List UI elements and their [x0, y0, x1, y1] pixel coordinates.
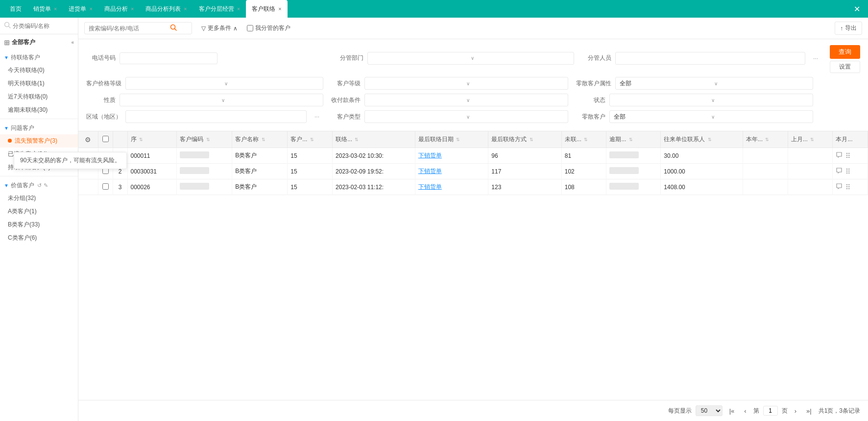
status-select[interactable]: ∨ — [609, 94, 813, 106]
close-icon[interactable]: × — [237, 6, 240, 12]
dept-select[interactable]: ∨ — [367, 52, 574, 65]
contact-icon[interactable] — [836, 167, 843, 175]
first-page-button[interactable]: |« — [726, 406, 738, 416]
price-tier-select[interactable]: ∨ — [125, 77, 323, 90]
row-last-way-cell[interactable]: 下销货单 — [415, 179, 488, 195]
tab-customer-tier[interactable]: 客户分层经营 × — [193, 0, 246, 18]
row-last-way-cell[interactable]: 下销货单 — [415, 148, 488, 164]
sidebar-group-churn[interactable]: ▼ 问题客户 — [0, 121, 78, 134]
col-overdue-header[interactable]: 未联... ⇅ — [561, 131, 606, 148]
more-conditions-button[interactable]: ▽ 更多条件 ∧ — [197, 22, 242, 34]
col-contact-header[interactable]: 客户... ⇅ — [288, 131, 333, 148]
customer-tier-select[interactable]: ∨ — [364, 77, 568, 90]
zero-attr-select[interactable]: 全部 ∨ — [615, 77, 813, 90]
tab-sales[interactable]: 销货单 × — [27, 0, 63, 18]
row-action-cell: ⠿ — [833, 148, 868, 164]
page-number-input[interactable] — [763, 406, 778, 416]
person-select[interactable] — [615, 52, 805, 65]
close-icon[interactable]: × — [131, 6, 134, 12]
more-actions-icon[interactable]: ⠿ — [845, 168, 850, 175]
window-close-button[interactable]: ✕ — [850, 4, 864, 14]
col-last-month-header[interactable]: 本年... ⇅ — [743, 131, 788, 148]
row-last-way-cell[interactable]: 下销货单 — [415, 164, 488, 179]
select-all-checkbox[interactable] — [102, 136, 109, 142]
next-page-button[interactable]: › — [792, 406, 799, 416]
filter-search-icon[interactable] — [170, 24, 177, 32]
col-checkbox[interactable] — [98, 131, 113, 148]
tab-home[interactable]: 首页 — [4, 0, 27, 18]
col-this-month-header[interactable]: 上月... ⇅ — [788, 131, 833, 148]
total-pages-label: 页 — [782, 407, 788, 415]
per-page-select[interactable]: 50 100 200 — [696, 405, 723, 416]
gear-icon[interactable]: ⚙ — [85, 136, 91, 144]
col-last-way-header[interactable]: 最后联络日期 ⇅ — [415, 131, 488, 148]
sidebar-item-class-a[interactable]: A类客户(1) — [0, 205, 78, 218]
col-this-year-header[interactable]: 往来单位联系人 ⇅ — [661, 131, 743, 148]
col-last-date-header[interactable]: 联络... ⇅ — [333, 131, 415, 148]
query-button[interactable]: 查询 — [830, 45, 860, 59]
filter-search-box — [84, 22, 192, 34]
person-more-button[interactable]: ··· — [809, 53, 822, 63]
col-uncontacted-header[interactable]: 最后联络方式 ⇅ — [488, 131, 561, 148]
filter-search-input[interactable] — [89, 25, 167, 32]
export-button[interactable]: ↑ 导出 — [835, 22, 862, 35]
zero-customer-select[interactable]: 全部 ∨ — [609, 110, 813, 123]
sidebar-search-input[interactable] — [13, 23, 78, 29]
filter-row-3: 性质 ∨ 收付款条件 ∨ 状态 — [86, 94, 860, 106]
customer-type-select[interactable]: ∨ — [364, 110, 568, 123]
col-name-header[interactable]: 客户编码 ⇅ — [177, 131, 232, 148]
my-customers-checkbox[interactable] — [247, 25, 253, 31]
nature-select[interactable]: ∨ — [120, 94, 323, 106]
all-customers-header[interactable]: ⊞ 全部客户 « — [0, 34, 78, 50]
close-icon[interactable]: × — [184, 6, 187, 12]
row-last-month-cell — [743, 179, 788, 195]
more-actions-icon[interactable]: ⠿ — [845, 183, 850, 191]
sidebar-item-ungroup[interactable]: 未分组(32) — [0, 192, 78, 205]
chevron-up-icon: ∧ — [233, 25, 238, 32]
table-row: 3 000026 B类客户 15 2023-02-03 11:12: 下销货单 … — [78, 179, 868, 195]
contact-icon[interactable] — [836, 151, 843, 160]
sidebar-search-area — [0, 18, 78, 34]
last-page-button[interactable]: »| — [803, 406, 815, 416]
region-select[interactable] — [125, 110, 307, 123]
row-action-cell: ⠿ — [833, 164, 868, 179]
col-unit-contact-header[interactable]: 逾期... ⇅ — [606, 131, 661, 148]
sidebar-group-value[interactable]: ▼ 价值客户 ↺ ✎ — [0, 178, 78, 192]
more-actions-icon[interactable]: ⠿ — [845, 152, 850, 160]
sidebar-item-churn-risk[interactable]: 流失预警客户(3) — [0, 134, 78, 148]
close-icon[interactable]: × — [89, 6, 92, 12]
sidebar-item-tomorrow[interactable]: 明天待联络(1) — [0, 77, 78, 90]
region-more-button[interactable]: ··· — [311, 112, 323, 122]
sidebar-group-pending[interactable]: ▼ 待联络客户 — [0, 50, 78, 64]
sidebar-item-class-c[interactable]: C类客户(6) — [0, 231, 78, 245]
sidebar-item-today[interactable]: 今天待联络(0) — [0, 64, 78, 77]
col-settings[interactable]: ⚙ — [78, 131, 98, 148]
filter-row-4: 区域（地区） ··· 客户类型 ∨ 零散客户 — [86, 110, 860, 123]
table-header-row: ⚙ 序 ⇅ 客户编码 ⇅ — [78, 131, 868, 148]
filter-field-dept: 分管部门 ∨ — [334, 52, 574, 65]
close-icon[interactable]: × — [278, 6, 281, 12]
contact-icon[interactable] — [836, 183, 843, 191]
row-code-cell: 000026 — [127, 179, 177, 195]
sidebar-item-week7[interactable]: 近7天待联络(0) — [0, 90, 78, 103]
row-checkbox[interactable] — [102, 183, 109, 190]
setting-button[interactable]: 设置 — [830, 61, 860, 73]
row-type-cell: B类客户 — [232, 148, 288, 164]
tab-analysis[interactable]: 商品分析 × — [98, 0, 140, 18]
my-customers-checkbox-area[interactable]: 我分管的客户 — [247, 24, 290, 32]
payment-select[interactable]: ∨ — [364, 94, 568, 106]
row-checkbox-cell[interactable] — [98, 179, 113, 195]
col-type-header[interactable]: 客户名称 ⇅ — [232, 131, 288, 148]
close-icon[interactable]: × — [54, 6, 57, 12]
prev-page-button[interactable]: ‹ — [741, 406, 749, 416]
phone-input[interactable] — [120, 52, 217, 64]
tab-analysis-list[interactable]: 商品分析列表 × — [140, 0, 193, 18]
sidebar-item-class-b[interactable]: B类客户(33) — [0, 218, 78, 231]
row-settings-cell — [78, 179, 98, 195]
tab-purchase[interactable]: 进货单 × — [63, 0, 98, 18]
all-customers-label: 全部客户 — [12, 38, 35, 47]
tab-customer-link[interactable]: 客户联络 × — [246, 0, 287, 18]
table-area: ⚙ 序 ⇅ 客户编码 ⇅ — [78, 131, 868, 400]
sidebar-item-overdue[interactable]: 逾期未联络(30) — [0, 103, 78, 117]
col-code-header[interactable]: 序 ⇅ — [127, 131, 177, 148]
